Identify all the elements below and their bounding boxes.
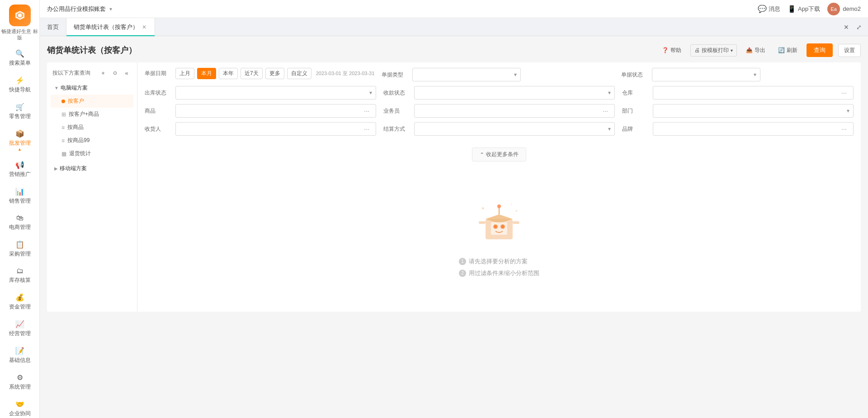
- sidebar-item-wholesale[interactable]: 📦 批发管理 ▲: [0, 125, 39, 156]
- brand-label: 品牌: [622, 125, 649, 133]
- sidebar-item-label: 资金管理: [9, 303, 31, 311]
- user-profile-btn[interactable]: Ea demo2: [827, 3, 861, 15]
- date-btn-7days[interactable]: 近7天: [241, 68, 263, 79]
- print-btn[interactable]: 🖨 按模板打印 ▾: [690, 44, 737, 57]
- scheme-item-return[interactable]: ▦ 退货统计: [51, 147, 133, 160]
- scheme-header: 按以下方案查询 + ⊙ «: [47, 68, 137, 81]
- tab-close-btn[interactable]: ✕: [141, 23, 147, 31]
- refresh-btn[interactable]: 🔄 刷新: [774, 45, 801, 56]
- svg-point-10: [497, 204, 501, 208]
- out-status-label: 出库状态: [145, 89, 172, 97]
- sidebar-item-purchase[interactable]: 📋 采购管理: [0, 236, 39, 262]
- sidebar-item-search[interactable]: 🔍 搜索菜单: [0, 45, 39, 71]
- department-select[interactable]: ▾: [653, 104, 854, 118]
- receive-status-label: 收款状态: [383, 89, 410, 97]
- tab-home[interactable]: 首页: [40, 18, 66, 36]
- date-btn-thismonth[interactable]: 本月: [197, 68, 216, 79]
- sidebar-item-label: 电商管理: [9, 223, 31, 231]
- scheme-group-desktop-title[interactable]: ▼ 电脑端方案: [51, 81, 133, 95]
- sales-icon: 📊: [15, 187, 24, 196]
- svg-point-6: [501, 225, 504, 228]
- settings-btn[interactable]: 设置: [838, 44, 861, 57]
- retail-icon: 🛒: [15, 103, 24, 111]
- sidebar-item-finance[interactable]: 💰 资金管理: [0, 289, 39, 315]
- scheme-group-mobile-title[interactable]: ▶ 移动端方案: [51, 162, 133, 175]
- sidebar-item-quicknav[interactable]: ⚡ 快捷导航: [0, 71, 39, 98]
- brand-ellipsis[interactable]: ···: [839, 124, 849, 134]
- print-icon: 🖨: [694, 47, 700, 53]
- scheme-item-by-goods[interactable]: ≡ 按商品: [51, 121, 133, 134]
- filter-area: 单据日期 上月 本月 本年 近7天 更多 自定义 2023-03-01 至 20…: [137, 62, 861, 312]
- list2-icon: ≡: [61, 138, 65, 144]
- collapse-row: ⌃ 收起更多条件: [145, 140, 854, 167]
- app-download-btn[interactable]: 📱 App下载: [788, 5, 820, 13]
- avatar: Ea: [827, 3, 840, 15]
- receive-status-select[interactable]: ▾: [414, 86, 615, 100]
- consignee-select[interactable]: ···: [175, 122, 376, 136]
- export-btn[interactable]: 📤 导出: [742, 45, 769, 56]
- date-btn-lastmonth[interactable]: 上月: [175, 68, 194, 79]
- active-dot-icon: [61, 100, 65, 103]
- date-btn-thisyear[interactable]: 本年: [219, 68, 238, 79]
- query-btn[interactable]: 查询: [807, 43, 833, 57]
- tip-item-2: 2 用过滤条件来缩小分析范围: [459, 267, 539, 279]
- tab-bar: 首页 销货单统计表（按客户） ✕ ✕ ⤢: [40, 18, 868, 36]
- order-type-select[interactable]: ▾: [412, 68, 521, 81]
- order-type-label: 单据类型: [382, 71, 409, 79]
- sidebar-item-operations[interactable]: 📈 经营管理: [0, 315, 39, 342]
- warehouse-ellipsis[interactable]: ···: [839, 88, 849, 98]
- svg-text:✦: ✦: [515, 209, 518, 213]
- date-label: 单据日期: [145, 70, 172, 77]
- consignee-ellipsis[interactable]: ···: [361, 124, 372, 134]
- tip-item-1: 1 请先选择要分析的方案: [459, 256, 539, 267]
- industry-dropdown[interactable]: ▾: [109, 6, 112, 12]
- sidebar-item-sales[interactable]: 📊 销售管理: [0, 183, 39, 209]
- date-range-text: 2023-03-01 至 2023-03-31: [316, 70, 375, 77]
- scheme-item-goods99[interactable]: ≡ 按商品99: [51, 134, 133, 147]
- settlement-select[interactable]: ▾: [414, 122, 615, 136]
- scheme-group-desktop: ▼ 电脑端方案 按客户 ⊞ 按客户+商品: [51, 81, 133, 160]
- sidebar-item-enterprise[interactable]: 🤝 企业协同: [0, 395, 39, 418]
- scheme-edit-btn[interactable]: ⊙: [110, 68, 120, 78]
- order-status-select[interactable]: ▾: [652, 68, 760, 81]
- print-arrow-icon: ▾: [731, 48, 733, 53]
- sidebar-item-label: 采购管理: [9, 250, 31, 258]
- scheme-desktop-group: ▼ 电脑端方案 按客户 ⊞ 按客户+商品: [47, 81, 137, 175]
- date-btn-custom[interactable]: 自定义: [287, 68, 311, 79]
- salesperson-select[interactable]: ···: [414, 104, 615, 118]
- sidebar-item-label: 快捷导航: [9, 86, 31, 94]
- salesperson-ellipsis[interactable]: ···: [600, 106, 611, 116]
- date-buttons: 上月 本月 本年 近7天 更多 自定义 2023-03-01 至 2023-03…: [175, 68, 374, 79]
- tab-maximize-btn[interactable]: ⤢: [854, 22, 864, 33]
- collapse-btn[interactable]: ⌃ 收起更多条件: [472, 147, 526, 162]
- scheme-add-btn[interactable]: +: [98, 68, 108, 78]
- tab-sales-stat[interactable]: 销货单统计表（按客户） ✕: [66, 18, 155, 36]
- scheme-collapse-btn[interactable]: «: [122, 68, 132, 78]
- sidebar-item-ecommerce[interactable]: 🛍 电商管理: [0, 209, 39, 236]
- sidebar-item-marketing[interactable]: 📢 营销推广: [0, 156, 39, 183]
- order-status-label: 单据状态: [621, 71, 648, 79]
- empty-illustration: ✦ ✦ ✦: [472, 194, 526, 248]
- industry-title: 办公用品行业模拟账套: [47, 5, 106, 13]
- settlement-chevron-icon: ▾: [608, 126, 611, 132]
- sidebar-item-label: 批发管理: [9, 139, 31, 147]
- warehouse-select[interactable]: ···: [653, 86, 854, 100]
- sidebar-item-retail[interactable]: 🛒 零售管理: [0, 98, 39, 125]
- goods-ellipsis[interactable]: ···: [361, 106, 372, 116]
- sidebar-item-basic-info[interactable]: 📝 基础信息: [0, 342, 39, 369]
- basicinfo-icon: 📝: [15, 347, 24, 355]
- sidebar-item-system[interactable]: ⚙ 系统管理: [0, 369, 39, 395]
- scheme-item-by-customer[interactable]: 按客户: [51, 95, 133, 108]
- scheme-item-customer-goods[interactable]: ⊞ 按客户+商品: [51, 108, 133, 121]
- brand-select[interactable]: ···: [653, 122, 854, 136]
- date-btn-more[interactable]: 更多: [265, 68, 284, 79]
- refresh-icon: 🔄: [778, 47, 785, 53]
- order-type-chevron-icon: ▾: [514, 71, 517, 78]
- tab-close-all-btn[interactable]: ✕: [841, 22, 852, 33]
- help-btn[interactable]: ❓ 帮助: [658, 45, 685, 56]
- out-status-select[interactable]: ▾: [175, 86, 376, 100]
- message-btn[interactable]: 💬 消息: [758, 5, 780, 13]
- scheme-panel: 按以下方案查询 + ⊙ « ▼ 电脑端方案: [47, 62, 137, 312]
- sidebar-item-inventory[interactable]: 🗂 库存核算: [0, 262, 39, 289]
- goods-select[interactable]: ···: [175, 104, 376, 118]
